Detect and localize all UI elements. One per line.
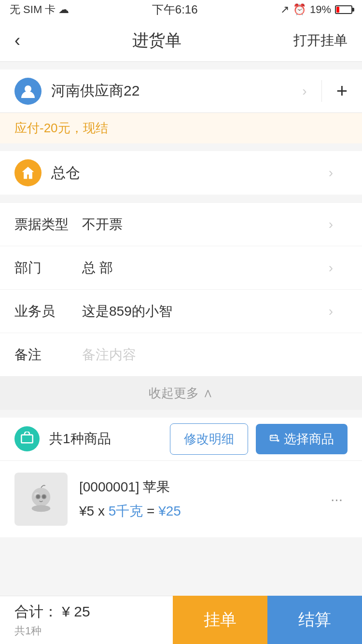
svg-point-9: [42, 495, 46, 498]
salesperson-value: 这是859的小智: [82, 302, 329, 321]
sim-signal: 无 SIM 卡 ☁: [10, 2, 69, 17]
svg-point-3: [32, 488, 51, 506]
battery-icon: [335, 5, 352, 14]
warehouse-section: 总仓 ›: [0, 151, 362, 195]
remark-label: 备注: [14, 346, 72, 364]
invoice-type-value: 不开票: [82, 215, 329, 234]
supplier-name: 河南供应商22: [51, 81, 302, 101]
svg-point-8: [36, 495, 40, 498]
product-title: 苹果: [143, 479, 170, 494]
warehouse-chevron-icon: ›: [329, 165, 333, 181]
department-value: 总 部: [82, 259, 329, 277]
supplier-section: 河南供应商22 › + 应付-20元，现结: [0, 70, 362, 143]
chevron-right-icon: ›: [302, 84, 306, 99]
svg-point-4: [32, 505, 51, 512]
salesperson-row[interactable]: 业务员 这是859的小智 ›: [0, 289, 362, 333]
product-count-text: 共1种商品: [49, 430, 170, 448]
select-product-label: 选择商品: [284, 431, 334, 448]
department-chevron-icon: ›: [329, 260, 333, 276]
back-button[interactable]: ‹: [14, 30, 20, 51]
product-multiply: x: [98, 504, 109, 518]
product-placeholder-icon: [24, 482, 58, 516]
supplier-row[interactable]: 河南供应商22 › +: [0, 70, 362, 113]
salesperson-chevron-icon: ›: [329, 304, 333, 319]
status-left: 无 SIM 卡 ☁: [10, 2, 69, 17]
product-quantity: 5千克: [109, 504, 143, 518]
collapse-toggle[interactable]: 收起更多 ∧: [0, 376, 362, 410]
form-section: 票据类型 不开票 › 部门 总 部 › 业务员 这是859的小智 › 备注 备注…: [0, 202, 362, 410]
product-item: [0000001] 苹果 ¥5 x 5千克 = ¥25 ···: [0, 461, 362, 537]
product-header: 共1种商品 修改明细 选择商品: [0, 418, 362, 460]
person-icon: [19, 83, 37, 100]
svg-point-0: [25, 85, 31, 92]
svg-rect-1: [21, 435, 32, 443]
warehouse-row[interactable]: 总仓 ›: [0, 151, 362, 195]
collapse-label: 收起更多 ∧: [149, 385, 213, 402]
add-button[interactable]: +: [321, 80, 348, 102]
supplier-alert: 应付-20元，现结: [0, 113, 362, 143]
select-product-icon: [269, 434, 280, 444]
supplier-avatar: [14, 78, 42, 105]
remark-row[interactable]: 备注 备注内容: [0, 333, 362, 376]
invoice-chevron-icon: ›: [329, 217, 333, 232]
salesperson-label: 业务员: [14, 302, 72, 321]
product-price-row: ¥5 x 5千克 = ¥25: [79, 502, 314, 520]
status-bar: 无 SIM 卡 ☁ 下午6:16 ↗ ⏰ 19%: [0, 0, 362, 19]
product-code: [0000001]: [79, 479, 139, 494]
product-equals: =: [147, 504, 158, 518]
product-total: ¥25: [158, 504, 181, 518]
product-count-icon: [14, 426, 40, 451]
product-thumbnail: [14, 473, 68, 526]
department-label: 部门: [14, 259, 72, 277]
warehouse-icon: [14, 159, 42, 186]
product-info: [0000001] 苹果 ¥5 x 5千克 = ¥25: [79, 478, 314, 520]
nav-bar: ‹ 进货单 打开挂单: [0, 19, 362, 62]
department-row[interactable]: 部门 总 部 ›: [0, 246, 362, 289]
location-icon: ↗: [280, 3, 289, 16]
invoice-type-row[interactable]: 票据类型 不开票 ›: [0, 202, 362, 246]
divider-1: [0, 62, 362, 70]
alarm-icon: ⏰: [293, 3, 306, 16]
page-title: 进货单: [132, 29, 181, 52]
status-right: ↗ ⏰ 19%: [280, 3, 352, 16]
footer-spacer: [0, 537, 362, 590]
open-pending-button[interactable]: 打开挂单: [293, 31, 348, 50]
product-unit-price: ¥5: [79, 504, 94, 518]
modify-detail-button[interactable]: 修改明细: [170, 423, 248, 455]
remark-placeholder: 备注内容: [82, 346, 348, 364]
select-product-button[interactable]: 选择商品: [256, 424, 348, 454]
invoice-type-label: 票据类型: [14, 215, 72, 234]
status-time: 下午6:16: [152, 2, 198, 17]
warehouse-name: 总仓: [51, 163, 329, 183]
house-icon: [20, 165, 36, 181]
product-name: [0000001] 苹果: [79, 478, 314, 496]
cart-icon: [20, 432, 34, 446]
battery-percent: 19%: [310, 3, 331, 16]
product-more-button[interactable]: ···: [326, 486, 348, 512]
